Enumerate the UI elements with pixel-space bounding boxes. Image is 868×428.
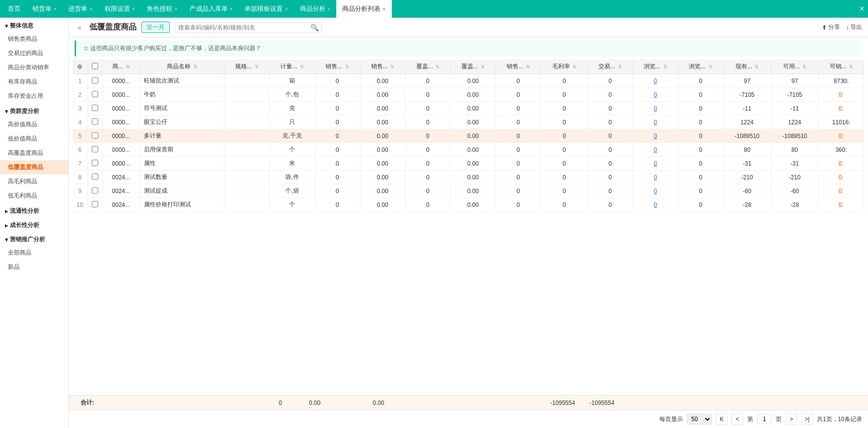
row-checkbox-cell[interactable] [87,198,102,212]
nav-purchase-order[interactable]: 进货单 × [62,0,98,18]
row-checkbox[interactable] [92,160,98,166]
sales3-column-header[interactable]: 销售... ⇅ [496,59,541,74]
row-trade: 0 [588,129,633,143]
browse1-column-header[interactable]: 浏览... ⇅ [633,59,678,74]
collapse-sidebar-button[interactable]: « [75,23,84,32]
sidebar-item-in-stock-products[interactable]: 有库存商品 [0,75,68,89]
last-page-button[interactable]: >| [801,413,813,425]
row-checkbox[interactable] [92,132,98,139]
row-checkbox[interactable] [92,173,98,180]
nav-role-auth[interactable]: 角色授权 × [141,0,183,18]
row-checkbox-cell[interactable] [87,129,102,143]
close-icon[interactable]: × [132,6,135,12]
row-checkbox-cell[interactable] [87,88,102,102]
row-browse1[interactable]: 0 [633,157,678,171]
row-checkbox-cell[interactable] [87,102,102,115]
checkbox-column-header[interactable] [87,59,102,74]
sales1-column-header[interactable]: 销售... ⇅ [315,59,360,74]
per-page-select[interactable]: 50 10 20 100 [687,414,712,425]
row-trade: 0 [588,198,633,212]
row-checkbox-cell[interactable] [87,184,102,198]
sidebar-item-traded-products[interactable]: 交易过的商品 [0,46,68,60]
row-checkbox-cell[interactable] [87,171,102,184]
unit-column-header[interactable]: 计量... ⇅ [270,59,315,74]
nav-product-analysis[interactable]: 商品分析 × [294,0,336,18]
margin-column-header[interactable]: 毛利率 ⇅ [541,59,588,74]
sidebar-section-cluster[interactable]: ▾ 类群度分析 [0,103,68,117]
nav-template-settings[interactable]: 单据模板设置 × [239,0,294,18]
row-checkbox[interactable] [92,201,98,207]
sidebar-item-high-coverage[interactable]: 高覆盖度商品 [0,146,68,160]
row-checkbox[interactable] [92,187,98,194]
sidebar-section-liquidity[interactable]: ▸ 流通性分析 [0,203,68,217]
browse2-column-header[interactable]: 浏览... ⇅ [678,59,723,74]
row-checkbox[interactable] [92,146,98,152]
sidebar-item-low-margin[interactable]: 低毛利商品 [0,189,68,203]
nav-home[interactable]: 首页 [2,0,27,18]
spec-column-header[interactable]: 规格... ⇅ [224,59,270,74]
close-icon[interactable]: × [174,6,177,12]
sidebar-section-marketing[interactable]: ▾ 营销推广分析 [0,231,68,246]
row-browse1[interactable]: 0 [633,171,678,184]
page-number-input[interactable] [757,414,772,424]
cover2-column-header[interactable]: 覆盖... ⇅ [450,59,495,74]
nav-permission-settings[interactable]: 权限设置 × [99,0,141,18]
row-browse1[interactable]: 0 [633,184,678,198]
code-column-header[interactable]: 商... ⇅ [102,59,140,74]
sidebar-section-growth[interactable]: ▸ 成长性分析 [0,217,68,231]
close-icon[interactable]: × [327,6,330,12]
search-input[interactable] [178,24,310,31]
row-browse2: 0 [678,115,723,129]
row-checkbox-cell[interactable] [87,157,102,171]
sidebar-item-category-velocity[interactable]: 商品分类动销率 [0,60,68,75]
share-button[interactable]: ⬆ 分享 [822,23,840,31]
sidebar-item-high-value[interactable]: 高价值商品 [0,117,68,132]
close-icon[interactable]: × [89,6,92,12]
row-browse1[interactable]: 0 [633,102,678,115]
time-filter-month[interactable]: 近一月 [141,22,170,33]
sidebar-item-low-value[interactable]: 低价值商品 [0,132,68,146]
row-browse1[interactable]: 0 [633,143,678,157]
sidebar-item-new-products[interactable]: 新品 [0,260,68,274]
close-icon[interactable]: × [382,6,385,12]
settings-column-header[interactable]: ⚙ [73,59,87,74]
sidebar-item-high-margin[interactable]: 高毛利商品 [0,174,68,189]
row-checkbox[interactable] [92,77,98,84]
saleable-column-header[interactable]: 可销... ⇅ [818,59,864,74]
available-column-header[interactable]: 可用... ⇅ [771,59,818,74]
select-all-checkbox[interactable] [92,63,98,69]
row-browse1[interactable]: 0 [633,74,678,88]
first-page-button[interactable]: K [716,413,728,425]
row-checkbox[interactable] [92,105,98,111]
row-checkbox-cell[interactable] [87,74,102,88]
row-checkbox[interactable] [92,91,98,97]
sales2-column-header[interactable]: 销售... ⇅ [360,59,405,74]
row-browse2: 0 [678,143,723,157]
nav-product-analysis-list[interactable]: 商品分析列表 × [336,0,391,18]
sidebar-item-low-coverage[interactable]: 低覆盖度商品 [0,160,68,174]
name-column-header[interactable]: 商品名称 ⇅ [140,59,224,74]
sidebar-section-overall[interactable]: ▾ 整体信息 [0,18,68,32]
sidebar-item-all-products[interactable]: 全部商品 [0,246,68,260]
cover1-column-header[interactable]: 覆盖... ⇅ [405,59,450,74]
close-icon[interactable]: × [230,6,233,12]
row-checkbox[interactable] [92,118,98,125]
current-column-header[interactable]: 现有... ⇅ [723,59,771,74]
sidebar-item-inventory-capital[interactable]: 库存资金占用 [0,89,68,103]
prev-page-button[interactable]: < [732,413,743,425]
close-icon[interactable]: × [285,6,288,12]
sidebar-item-sales-products[interactable]: 销售类商品 [0,32,68,46]
close-icon[interactable]: × [54,6,56,12]
close-all-tabs-button[interactable]: × [860,4,864,13]
next-page-button[interactable]: > [786,413,797,425]
nav-product-inbound[interactable]: 产成品入库单 × [184,0,239,18]
row-browse1[interactable]: 0 [633,115,678,129]
row-checkbox-cell[interactable] [87,143,102,157]
nav-sales-order[interactable]: 销货单 × [27,0,62,18]
trade-column-header[interactable]: 交易... ⇅ [588,59,633,74]
row-browse1[interactable]: 0 [633,129,678,143]
row-browse1[interactable]: 0 [633,88,678,102]
row-browse1[interactable]: 0 [633,198,678,212]
export-button[interactable]: ↓ 导出 [846,23,862,31]
row-checkbox-cell[interactable] [87,115,102,129]
